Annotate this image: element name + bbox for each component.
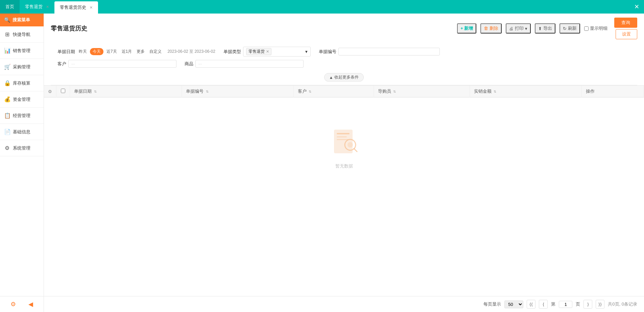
collapse-row: ▲ 收起更多条件: [57, 71, 630, 82]
add-button[interactable]: + 新增: [457, 23, 476, 34]
first-page-button[interactable]: ⟨⟨: [527, 300, 535, 309]
next-page-button[interactable]: ⟩: [583, 300, 592, 309]
query-button[interactable]: 查询: [614, 18, 637, 28]
sidebar-item-basic-info[interactable]: 📄 基础信息: [0, 124, 44, 140]
collapse-sidebar-icon[interactable]: ◀: [28, 300, 33, 308]
date-opt-1month[interactable]: 近1月: [120, 48, 134, 55]
doc-no-input[interactable]: [338, 48, 440, 55]
print-label: 打印: [515, 25, 524, 31]
goods-dots: ···: [198, 61, 202, 66]
th-doc-no-sort: ⇅: [206, 90, 209, 93]
th-amount-sort: ⇅: [494, 90, 496, 93]
sidebar-item-inventory[interactable]: 🔒 库存核算: [0, 75, 44, 91]
th-customer[interactable]: 客户 ⇅: [293, 86, 374, 97]
tab-retail-return[interactable]: 零售退货 ✕: [20, 0, 54, 14]
doc-type-select[interactable]: 零售退货 ✕ ▾: [243, 47, 311, 57]
print-dropdown-icon: ▾: [525, 26, 527, 31]
export-button[interactable]: ⬆ 导出: [535, 23, 555, 34]
display-detail-checkbox-label[interactable]: 显示明细: [584, 25, 607, 31]
th-action-label: 操作: [586, 89, 595, 94]
tab-retail-return-close[interactable]: ✕: [46, 5, 49, 9]
sidebar-item-sales-mgmt[interactable]: 📊 销售管理: [0, 43, 44, 59]
filter-area: 单据日期 昨天 今天 近7天 近1月 更多 自定义 2023-06-02 至 2…: [51, 43, 637, 85]
page-label: 第: [551, 301, 555, 307]
sidebar-item-operations[interactable]: 📋 经营管理: [0, 108, 44, 124]
customer-select[interactable]: ···: [68, 60, 176, 68]
goods-select[interactable]: ···: [195, 60, 304, 68]
tab-home[interactable]: 首页: [0, 0, 20, 14]
tab-home-label: 首页: [5, 4, 14, 10]
filter-row-1: 单据日期 昨天 今天 近7天 近1月 更多 自定义 2023-06-02 至 2…: [57, 47, 630, 57]
th-action: 操作: [581, 86, 644, 97]
page-input[interactable]: [559, 301, 572, 308]
last-page-button[interactable]: ⟩⟩: [596, 300, 604, 309]
finance-icon: 💰: [4, 96, 10, 103]
tab-retail-return-history[interactable]: 零售退货历史 ✕: [54, 1, 98, 14]
sidebar-bottom: ⚙ ◀: [0, 296, 44, 312]
doc-no-label: 单据编号: [319, 49, 336, 55]
goods-label: 商品: [185, 61, 193, 67]
data-table: ⚙ 单据日期 ⇅ 单据编号 ⇅ 客户 ⇅: [44, 86, 644, 97]
search-icon: 🔍: [4, 17, 10, 23]
th-customer-label: 客户: [298, 89, 307, 94]
th-doc-date-sort: ⇅: [94, 90, 97, 93]
svg-point-6: [348, 142, 353, 148]
display-detail-checkbox[interactable]: [584, 26, 589, 31]
svg-rect-2: [337, 136, 347, 137]
date-opt-more[interactable]: 更多: [135, 48, 146, 55]
sidebar-item-label: 销售管理: [13, 48, 30, 54]
th-customer-sort: ⇅: [309, 90, 311, 93]
page-total: 共0页, 0条记录: [608, 301, 637, 307]
sidebar-search[interactable]: 🔍 搜索菜单: [0, 14, 44, 26]
th-doc-no[interactable]: 单据编号 ⇅: [182, 86, 293, 97]
sidebar-item-system[interactable]: ⚙ 系统管理: [0, 140, 44, 156]
settings-bottom-icon[interactable]: ⚙: [10, 300, 16, 308]
th-doc-date[interactable]: 单据日期 ⇅: [70, 86, 182, 97]
th-guide-sort: ⇅: [393, 90, 396, 93]
page-size-select[interactable]: 20 50 100: [504, 300, 523, 308]
date-opt-custom[interactable]: 自定义: [148, 48, 163, 55]
th-setting[interactable]: ⚙: [44, 86, 56, 97]
page-header: 零售退货历史 + 新增 🗑 删除 🖨 打印 ▾ ⬆ 导出 ↻: [44, 14, 644, 86]
sidebar-item-label: 基础信息: [13, 129, 30, 135]
sidebar-item-label: 经营管理: [13, 113, 30, 119]
sidebar-item-finance[interactable]: 💰 资金管理: [0, 91, 44, 108]
purchase-mgmt-icon: 🛒: [4, 64, 10, 70]
page-title: 零售退货历史: [51, 24, 87, 32]
doc-type-tag-remove[interactable]: ✕: [266, 49, 269, 54]
print-icon: 🖨: [509, 26, 514, 31]
page-size-label: 每页显示: [483, 301, 501, 307]
set-button[interactable]: 设置: [616, 29, 637, 39]
pagination-bar: 每页显示 20 50 100 ⟨⟨ ⟨ 第 页 ⟩ ⟩⟩ 共0页, 0条记录: [44, 296, 644, 312]
sidebar-item-label: 资金管理: [13, 96, 30, 103]
export-label: 导出: [543, 25, 552, 31]
svg-line-5: [354, 149, 357, 152]
th-check[interactable]: [56, 86, 70, 97]
delete-button[interactable]: 🗑 删除: [480, 23, 502, 34]
refresh-button[interactable]: ↻ 刷新: [559, 23, 580, 34]
date-opt-7days[interactable]: 近7天: [105, 48, 119, 55]
th-amount[interactable]: 实销金额 ⇅: [470, 86, 581, 97]
date-opt-yesterday[interactable]: 昨天: [77, 48, 89, 55]
prev-page-button[interactable]: ⟨: [539, 300, 548, 309]
empty-state-icon: [327, 125, 361, 158]
top-tab-bar: 首页 零售退货 ✕ 零售退货历史 ✕ ✕: [0, 0, 644, 14]
empty-state-text: 暂无数据: [335, 163, 353, 169]
print-button[interactable]: 🖨 打印 ▾: [506, 23, 531, 34]
tab-retail-return-history-close[interactable]: ✕: [90, 5, 93, 10]
select-all-checkbox[interactable]: [61, 89, 65, 93]
table-container: ⚙ 单据日期 ⇅ 单据编号 ⇅ 客户 ⇅: [44, 86, 644, 296]
date-opt-today[interactable]: 今天: [90, 48, 103, 55]
th-guide[interactable]: 导购员 ⇅: [374, 86, 470, 97]
sidebar-item-quick-nav[interactable]: ⊞ 快捷导航: [0, 26, 44, 43]
refresh-label: 刷新: [568, 25, 577, 31]
sidebar-item-label: 库存核算: [13, 80, 30, 86]
window-close-button[interactable]: ✕: [629, 0, 644, 14]
sidebar-item-purchase-mgmt[interactable]: 🛒 采购管理: [0, 59, 44, 75]
collapse-button[interactable]: ▲ 收起更多条件: [324, 73, 364, 82]
doc-type-label: 单据类型: [223, 49, 241, 55]
system-icon: ⚙: [4, 145, 10, 151]
table-header-row: ⚙ 单据日期 ⇅ 单据编号 ⇅ 客户 ⇅: [44, 86, 644, 97]
page-unit: 页: [576, 301, 580, 307]
filter-goods: 商品 ···: [185, 60, 304, 68]
